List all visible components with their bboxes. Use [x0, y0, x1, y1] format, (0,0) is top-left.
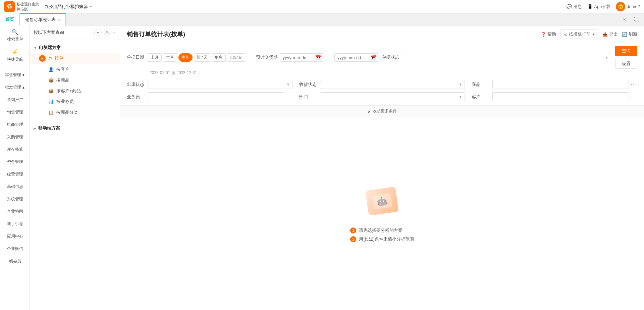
department-select[interactable] — [320, 92, 465, 101]
sidebar-item-basics[interactable]: 基础信息 — [0, 180, 29, 193]
refresh-button[interactable]: 🔄 刷新 — [622, 31, 637, 37]
topbar-right: 💬 消息 📱 App下载 😊 demo2 — [567, 2, 640, 11]
expected-date-label: 预计交货期 — [256, 54, 278, 60]
collapse-icon: ∧ — [368, 109, 371, 114]
chevron-down-icon: ▼ — [89, 5, 93, 8]
sidebar-item-apps[interactable]: 应用中心 — [0, 230, 29, 243]
right-panel: 销售订单统计表(按单) ❓ 帮助 🖨 按模板打印 ▼ 📤 导出 — [120, 25, 644, 310]
sidebar-item-quick-nav[interactable]: ⚡ 快捷导航 — [0, 46, 29, 66]
date-dash: — — [327, 55, 331, 60]
product-more-icon[interactable]: ··· — [631, 82, 637, 88]
print-arrow-icon: ▼ — [592, 33, 595, 36]
window-close-button[interactable]: × — [620, 15, 629, 24]
sidebar-item-enterprise[interactable]: 企业协同 — [0, 205, 29, 218]
sidebar-item-business[interactable]: 经营管理 — [0, 168, 29, 180]
customer-more-icon[interactable]: ··· — [631, 94, 637, 100]
scheme-item-by-order[interactable]: ● ⊙ 按单 — [30, 53, 120, 64]
print-button[interactable]: 🖨 按模板打印 ▼ — [560, 30, 598, 39]
sidebar-item-inventory[interactable]: 库存核算 — [0, 143, 29, 156]
date-btn-this-month[interactable]: 本月 — [163, 53, 177, 62]
left-panel: 按以下方案查询 + ✎ « ▼ 电脑端方案 ● ⊙ 按单 — [30, 25, 120, 310]
date-btn-more[interactable]: 更多 — [212, 53, 226, 62]
scheme-item-by-customer[interactable]: 👤 按客户 — [30, 64, 120, 75]
sidebar-item-system[interactable]: 系统管理 — [0, 193, 29, 205]
query-button[interactable]: 查询 — [615, 46, 637, 56]
page-header-actions: ❓ 帮助 🖨 按模板打印 ▼ 📤 导出 🔄 刷新 — [541, 30, 637, 39]
edit-scheme-button[interactable]: ✎ — [104, 29, 111, 36]
empty-box-inner: 🤖 — [372, 193, 392, 209]
add-scheme-button[interactable]: + — [94, 29, 102, 36]
department-select-wrap: ▼ — [320, 92, 465, 101]
sidebar-item-retail[interactable]: 零售管理 ▼ — [0, 69, 29, 81]
sidebar: 🔍 搜索菜单 ⚡ 快捷导航 零售管理 ▼ 批发管理 ▲ 营销推广 销售管理 电商… — [0, 25, 30, 310]
user-menu[interactable]: 😊 demo2 — [616, 2, 640, 11]
payment-status-select-wrap: ▼ — [320, 80, 465, 89]
customer-input[interactable] — [492, 92, 629, 101]
collapse-bar[interactable]: ∧ 收起更多条件 — [120, 106, 644, 117]
content-area: 按以下方案查询 + ✎ « ▼ 电脑端方案 ● ⊙ 按单 — [30, 25, 644, 310]
workspace-selector[interactable]: 办公用品行业模拟账套 ▼ — [42, 2, 95, 11]
tab-home[interactable]: 首页 — [0, 13, 20, 25]
empty-state: 🤖 1 请先选择要分析的方案 2 用[过滤]条件来缩小分析范围 — [350, 185, 414, 242]
empty-step-2: 2 用[过滤]条件来缩小分析范围 — [350, 236, 414, 242]
by-category-icon: 📋 — [48, 110, 54, 115]
date-btn-this-year[interactable]: 本年 — [178, 53, 193, 62]
export-button[interactable]: 📤 导出 — [602, 31, 618, 37]
sidebar-item-search-menu[interactable]: 🔍 搜索菜单 — [0, 25, 29, 46]
collapse-panel-button[interactable]: « — [113, 30, 116, 35]
delivery-status-select[interactable] — [148, 80, 292, 89]
by-customer-icon: 👤 — [48, 67, 54, 72]
help-button[interactable]: ❓ 帮助 — [541, 31, 556, 37]
tab-close-icon[interactable]: × — [58, 17, 60, 22]
mobile-scheme-section: ▶ 移动端方案 — [30, 120, 120, 136]
date-btn-last-month[interactable]: 上月 — [148, 53, 162, 62]
sidebar-item-member[interactable]: 畅会员 — [0, 255, 29, 267]
message-icon: 💬 — [567, 4, 572, 9]
customer-label: 客户 — [472, 94, 490, 100]
left-panel-title: 按以下方案查询 — [34, 30, 64, 36]
expected-date-start[interactable] — [280, 53, 323, 62]
mobile-section-title: 移动端方案 — [38, 125, 60, 131]
by-cust-prod-icon: 📦 — [48, 89, 54, 94]
sidebar-item-finance[interactable]: 资金管理 — [0, 156, 29, 168]
sidebar-item-sales[interactable]: 销售管理 — [0, 106, 29, 118]
expected-date-end-wrap: 📅 — [334, 53, 378, 62]
download-icon: 📱 — [587, 4, 593, 9]
help-icon: ❓ — [541, 32, 546, 37]
salesman-more-icon[interactable]: ··· — [286, 94, 292, 100]
action-buttons: 查询 设置 — [615, 46, 637, 69]
pc-section-expand-icon: ▼ — [34, 46, 37, 50]
expected-date-end[interactable] — [334, 53, 378, 62]
expected-date-start-wrap: 📅 — [280, 53, 323, 62]
tab-active[interactable]: 销售订单统计表 × — [20, 13, 66, 25]
mobile-scheme-section-header[interactable]: ▶ 移动端方案 — [30, 123, 120, 133]
mobile-section-expand-icon: ▶ — [34, 126, 36, 130]
retail-arrow-icon: ▼ — [22, 73, 25, 77]
delivery-status-select-wrap: ▼ — [148, 80, 292, 89]
salesman-input[interactable] — [148, 92, 284, 101]
product-input[interactable] — [492, 80, 629, 89]
sidebar-item-wechat[interactable]: 企业微信 — [0, 243, 29, 255]
pc-scheme-section-header[interactable]: ▼ 电脑端方案 — [30, 43, 120, 53]
by-salesman-icon: 📊 — [48, 99, 54, 104]
message-button[interactable]: 💬 消息 — [567, 4, 582, 10]
sidebar-item-newbie[interactable]: 新手引导 — [0, 218, 29, 230]
window-maximize-button[interactable]: ⛶ — [632, 15, 641, 24]
sidebar-item-ecommerce[interactable]: 电商管理 — [0, 118, 29, 131]
scheme-item-by-product[interactable]: 📦 按商品 — [30, 75, 120, 86]
sidebar-item-wholesale[interactable]: 批发管理 ▲ — [0, 81, 29, 94]
sidebar-item-purchase[interactable]: 采购管理 — [0, 131, 29, 143]
app-download-button[interactable]: 📱 App下载 — [587, 4, 610, 10]
avatar: 😊 — [616, 2, 625, 11]
scheme-item-by-cust-prod[interactable]: 📦 按客户+商品 — [30, 86, 120, 96]
payment-status-select[interactable] — [320, 80, 465, 89]
scheme-item-by-category[interactable]: 📋 按商品分类 — [30, 107, 120, 118]
logo-icon: 畅 — [4, 1, 15, 12]
date-btn-custom[interactable]: 自定义 — [227, 53, 245, 62]
sidebar-item-marketing[interactable]: 营销推广 — [0, 94, 29, 106]
status-select[interactable] — [403, 53, 611, 62]
date-btn-7days[interactable]: 近7天 — [194, 53, 210, 62]
scheme-item-by-salesman[interactable]: 📊 按业务员 — [30, 96, 120, 107]
settings-button[interactable]: 设置 — [615, 59, 637, 69]
logo-area: 畅 畅捷通好生意 标准版 — [4, 1, 39, 12]
